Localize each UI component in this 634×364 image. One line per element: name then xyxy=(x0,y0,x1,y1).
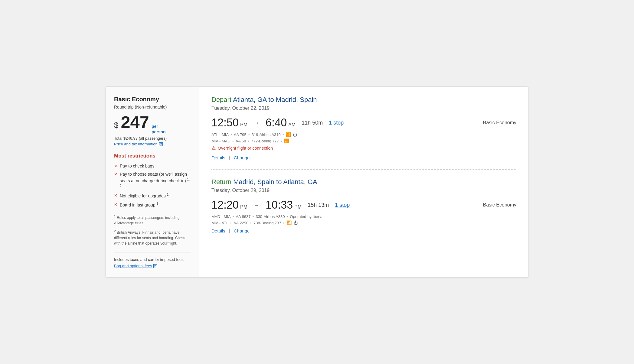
restriction-item: ✕ Pay to choose seats (or we'll assign s… xyxy=(114,171,191,190)
wifi-icon: 📶 xyxy=(286,220,292,225)
depart-stops-link[interactable]: 1 stop xyxy=(329,120,344,126)
return-segment2: MIA - ATL ● AA 2290 ● 738-Boeing 737 ● 📶… xyxy=(211,220,516,225)
return-times-row: 12:20 PM → 10:33 PM 15h 13m 1 stop Basic… xyxy=(211,199,516,211)
return-fare-class: Basic Economy xyxy=(483,202,516,208)
return-arrive-time: 10:33 PM xyxy=(266,199,302,211)
restriction-text: Pay to check bags xyxy=(120,163,154,169)
depart-actions: Details | Change xyxy=(211,155,516,160)
return-details-link[interactable]: Details xyxy=(211,228,225,233)
depart-times-row: 12:50 PM → 6:40 AM 11h 50m 1 stop Basic … xyxy=(211,116,516,129)
bottom-divider xyxy=(114,252,191,252)
fare-summary-panel: Basic Economy Round trip (Non-refundable… xyxy=(106,87,199,277)
return-header: Return Madrid, Spain to Atlanta, GA xyxy=(211,178,516,186)
external-link-icon xyxy=(153,264,157,268)
depart-section: Depart Atlanta, GA to Madrid, Spain Tues… xyxy=(211,96,516,160)
depart-segment1: ATL - MIA ● AA 795 ● 319-Airbus A319 ● 📶… xyxy=(211,132,516,137)
depart-fare-class: Basic Economy xyxy=(483,120,516,125)
return-actions: Details | Change xyxy=(211,228,516,233)
arrive-time: 6:40 AM xyxy=(266,116,296,129)
restriction-text: Board in last group 2 xyxy=(120,202,158,208)
return-stops-link[interactable]: 1 stop xyxy=(335,202,350,208)
return-segment1: MAD - MIA ● AA 8637 ● 330-Airbus A330 ● … xyxy=(211,214,516,219)
depart-duration: 11h 50m xyxy=(302,120,323,126)
external-link-icon xyxy=(159,142,163,146)
return-duration: 15h 13m xyxy=(308,202,329,208)
return-depart-time: 12:20 PM xyxy=(211,199,247,211)
overnight-warning: ⚠ Overnight flight or connection xyxy=(211,145,516,151)
arrow-icon: → xyxy=(253,119,260,126)
depart-details-link[interactable]: Details xyxy=(211,155,225,160)
depart-date: Tuesday, October 22, 2019 xyxy=(211,106,516,111)
arrow-icon: → xyxy=(253,202,260,209)
restriction-list: ✕ Pay to check bags ✕ Pay to choose seat… xyxy=(114,163,191,208)
depart-change-link[interactable]: Change xyxy=(234,155,250,160)
fare-title: Basic Economy xyxy=(114,96,191,103)
price-total: Total $246.93 (all passengers) xyxy=(114,136,191,141)
fare-type: Round trip (Non-refundable) xyxy=(114,105,191,109)
warning-icon: ⚠ xyxy=(211,145,216,151)
restriction-text: Pay to choose seats (or we'll assign sea… xyxy=(120,171,191,190)
price-per-person: perperson xyxy=(152,124,166,135)
depart-time: 12:50 PM xyxy=(211,116,247,129)
x-icon: ✕ xyxy=(114,193,117,198)
wifi-icon: 📶 xyxy=(286,132,291,137)
price-tax-link[interactable]: Price and tax information xyxy=(114,142,191,146)
wifi-icon: 📶 xyxy=(284,138,289,143)
return-title: Return Madrid, Spain to Atlanta, GA xyxy=(211,178,317,186)
depart-title: Depart Atlanta, GA to Madrid, Spain xyxy=(211,96,317,103)
return-date: Tuesday, October 29, 2019 xyxy=(211,188,516,193)
restrictions-title: Most restrictions xyxy=(114,153,191,159)
price-amount: 247 xyxy=(121,114,149,131)
includes-text: Includes taxes and carrier imposed fees. xyxy=(114,257,191,262)
x-icon: ✕ xyxy=(114,202,117,207)
restriction-text: Not eligible for upgrades 1 xyxy=(120,193,168,199)
restriction-item: ✕ Board in last group 2 xyxy=(114,202,191,208)
footnote-2: 2 British Airways, Finnair and Iberia ha… xyxy=(114,229,191,246)
x-icon: ✕ xyxy=(114,164,117,169)
depart-segment2: MIA - MAD ● AA 68 ● 772-Boeing 777 ● 📶 xyxy=(211,138,516,143)
flight-card: Basic Economy Round trip (Non-refundable… xyxy=(105,86,529,278)
outlet-icon: ⏻ xyxy=(293,132,297,137)
outlet-icon: ⏻ xyxy=(293,220,298,225)
price-row: $ 247 perperson xyxy=(114,114,191,135)
section-divider xyxy=(211,169,516,170)
restriction-item: ✕ Not eligible for upgrades 1 xyxy=(114,193,191,199)
x-icon: ✕ xyxy=(114,172,117,177)
bag-fees-link[interactable]: Bag and optional fees xyxy=(114,264,191,268)
price-dollar-sign: $ xyxy=(114,121,118,130)
return-section: Return Madrid, Spain to Atlanta, GA Tues… xyxy=(211,178,516,233)
return-change-link[interactable]: Change xyxy=(234,228,250,233)
restriction-item: ✕ Pay to check bags xyxy=(114,163,191,169)
footnote-1: 1 Rules apply to all passengers includin… xyxy=(114,214,191,226)
depart-header: Depart Atlanta, GA to Madrid, Spain xyxy=(211,96,516,104)
flights-panel: Depart Atlanta, GA to Madrid, Spain Tues… xyxy=(199,87,528,277)
